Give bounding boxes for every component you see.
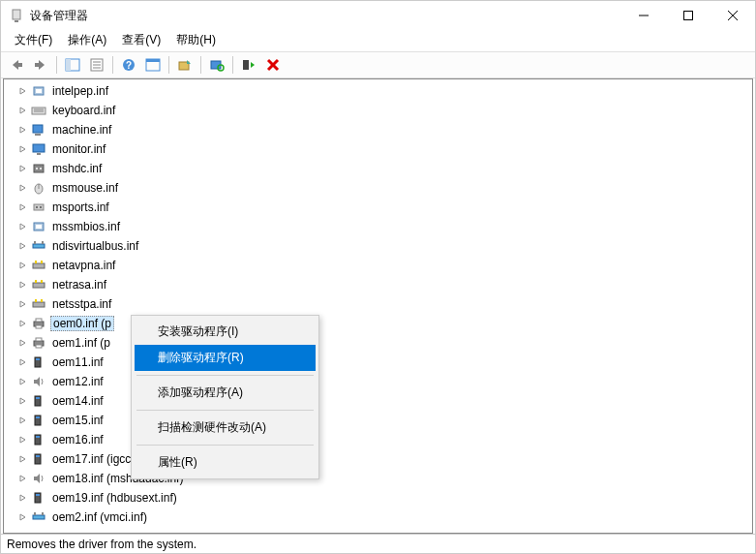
tree-item[interactable]: mssmbios.inf bbox=[4, 217, 752, 236]
help-button[interactable]: ? bbox=[117, 53, 140, 77]
tree-item[interactable]: netavpna.inf bbox=[4, 256, 752, 275]
svg-rect-56 bbox=[36, 319, 42, 322]
expand-arrow-icon[interactable] bbox=[17, 165, 29, 172]
mouse-icon bbox=[31, 180, 46, 196]
expand-arrow-icon[interactable] bbox=[17, 281, 29, 289]
net-icon bbox=[31, 296, 46, 312]
toolbar-sep bbox=[56, 56, 57, 74]
window-title: 设备管理器 bbox=[30, 8, 621, 24]
device-tree[interactable]: intelpep.infkeyboard.infmachine.infmonit… bbox=[4, 79, 752, 533]
expand-arrow-icon[interactable] bbox=[17, 378, 29, 385]
svg-text:?: ? bbox=[126, 60, 132, 71]
tree-item[interactable]: keyboard.inf bbox=[4, 101, 752, 120]
tree-item[interactable]: monitor.inf bbox=[4, 139, 752, 159]
tree-item[interactable]: ndisvirtualbus.inf bbox=[4, 236, 752, 256]
tree-item[interactable]: oem16.inf bbox=[4, 430, 752, 449]
tree-item[interactable]: machine.inf bbox=[4, 120, 752, 139]
device2-icon bbox=[31, 393, 46, 409]
audio-icon bbox=[31, 471, 46, 486]
svg-rect-1 bbox=[15, 20, 18, 22]
tree-item-label: msports.inf bbox=[50, 200, 111, 214]
context-menu-separator bbox=[136, 375, 314, 376]
tree-item[interactable]: msports.inf bbox=[4, 198, 752, 217]
expand-arrow-icon[interactable] bbox=[17, 475, 29, 482]
expand-arrow-icon[interactable] bbox=[17, 87, 29, 95]
tree-item[interactable]: oem19.inf (hdbusext.inf) bbox=[4, 488, 752, 508]
expand-arrow-icon[interactable] bbox=[17, 397, 29, 405]
tree-item[interactable]: oem12.inf bbox=[4, 372, 752, 391]
tree-item-label: oem16.inf bbox=[50, 433, 106, 446]
svg-rect-48 bbox=[41, 261, 43, 263]
expand-arrow-icon[interactable] bbox=[17, 262, 29, 269]
scan-hardware-button[interactable] bbox=[205, 53, 228, 77]
expand-arrow-icon[interactable] bbox=[17, 320, 29, 327]
forward-button[interactable] bbox=[29, 53, 52, 77]
add-driver-button[interactable] bbox=[237, 53, 260, 77]
svg-rect-43 bbox=[33, 244, 45, 248]
tree-item-label: intelpep.inf bbox=[50, 84, 110, 98]
minimize-button[interactable] bbox=[621, 1, 666, 30]
svg-rect-60 bbox=[36, 345, 42, 348]
close-button[interactable] bbox=[711, 1, 755, 30]
device2-icon bbox=[31, 413, 46, 428]
tree-item[interactable]: mshdc.inf bbox=[4, 159, 752, 178]
expand-arrow-icon[interactable] bbox=[17, 494, 29, 502]
printer-icon bbox=[31, 335, 46, 351]
expand-arrow-icon[interactable] bbox=[17, 416, 29, 424]
toolbar-sep bbox=[112, 56, 113, 74]
tree-item[interactable]: oem17.inf (igcc_dcn.inf) bbox=[4, 449, 752, 469]
context-menu-item[interactable]: 添加驱动程序(A) bbox=[135, 380, 316, 406]
tree-item[interactable]: msmouse.inf bbox=[4, 178, 752, 198]
context-menu-item[interactable]: 属性(R) bbox=[135, 449, 316, 476]
svg-rect-59 bbox=[36, 338, 42, 341]
show-hide-tree-button[interactable] bbox=[61, 53, 84, 77]
menu-action[interactable]: 操作(A) bbox=[60, 30, 114, 50]
expand-arrow-icon[interactable] bbox=[17, 339, 29, 347]
tree-item-label: oem15.inf bbox=[50, 414, 106, 427]
tree-item[interactable]: intelpep.inf bbox=[4, 81, 752, 101]
context-menu-item[interactable]: 安装驱动程序(I) bbox=[135, 319, 316, 345]
menu-file[interactable]: 文件(F) bbox=[7, 30, 60, 50]
svg-rect-70 bbox=[36, 455, 40, 457]
tree-item[interactable]: netrasa.inf bbox=[4, 275, 752, 294]
expand-arrow-icon[interactable] bbox=[17, 184, 29, 192]
tree-item[interactable]: oem0.inf (p bbox=[4, 314, 752, 333]
expand-arrow-icon[interactable] bbox=[17, 223, 29, 231]
tree-item[interactable]: oem2.inf (vmci.inf) bbox=[4, 508, 752, 527]
expand-arrow-icon[interactable] bbox=[17, 436, 29, 444]
back-button[interactable] bbox=[5, 53, 28, 77]
pc-icon bbox=[31, 122, 46, 138]
remove-button[interactable] bbox=[261, 53, 285, 77]
tool-button[interactable] bbox=[173, 53, 197, 77]
tree-item[interactable]: oem1.inf (p bbox=[4, 333, 752, 353]
svg-rect-75 bbox=[42, 512, 44, 515]
menu-help[interactable]: 帮助(H) bbox=[168, 30, 224, 50]
context-menu-item[interactable]: 删除驱动程序(R) bbox=[135, 345, 316, 371]
tree-item[interactable]: oem11.inf bbox=[4, 353, 752, 372]
svg-rect-31 bbox=[33, 144, 45, 152]
menu-view[interactable]: 查看(V) bbox=[114, 30, 168, 50]
context-menu-item[interactable]: 扫描检测硬件改动(A) bbox=[135, 415, 316, 441]
tree-item[interactable]: oem15.inf bbox=[4, 411, 752, 430]
properties-button[interactable] bbox=[85, 53, 108, 77]
device2-icon bbox=[31, 432, 46, 447]
expand-arrow-icon[interactable] bbox=[17, 145, 29, 153]
tree-item[interactable]: oem14.inf bbox=[4, 391, 752, 411]
expand-arrow-icon[interactable] bbox=[17, 203, 29, 211]
maximize-button[interactable] bbox=[666, 1, 711, 30]
svg-rect-17 bbox=[146, 59, 160, 62]
tool-button[interactable] bbox=[141, 53, 165, 77]
tree-item-label: oem14.inf bbox=[50, 394, 106, 408]
svg-point-39 bbox=[36, 206, 38, 208]
expand-arrow-icon[interactable] bbox=[17, 455, 29, 463]
expand-arrow-icon[interactable] bbox=[17, 358, 29, 366]
expand-arrow-icon[interactable] bbox=[17, 513, 29, 521]
tree-item[interactable]: oem18.inf (mshdadac.inf) bbox=[4, 469, 752, 488]
expand-arrow-icon[interactable] bbox=[17, 300, 29, 308]
expand-arrow-icon[interactable] bbox=[17, 126, 29, 134]
svg-rect-25 bbox=[36, 89, 42, 93]
svg-rect-72 bbox=[36, 494, 40, 496]
expand-arrow-icon[interactable] bbox=[17, 242, 29, 250]
tree-item[interactable]: netsstpa.inf bbox=[4, 294, 752, 314]
expand-arrow-icon[interactable] bbox=[17, 107, 29, 114]
